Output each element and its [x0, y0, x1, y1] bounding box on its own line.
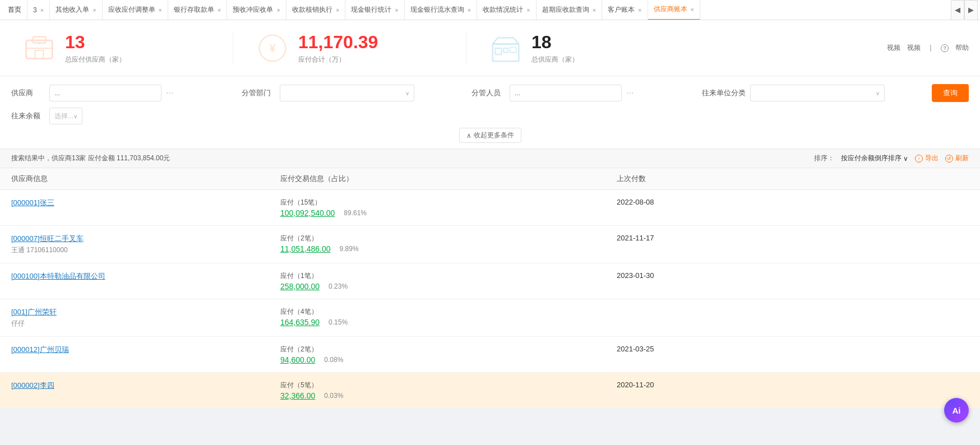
- stat-total-suppliers-number: 18: [531, 31, 579, 53]
- payable-percent-1: 89.61%: [344, 209, 367, 217]
- close-icon[interactable]: ×: [40, 7, 44, 13]
- supplier-link-3[interactable]: [000100]本特勒油品有限公司: [11, 272, 105, 280]
- payable-info-1: 应付（15笔） 100,092,540.00 89.61%: [280, 198, 617, 217]
- dept-select[interactable]: ∨: [280, 85, 414, 101]
- nav-tab-cash-stats[interactable]: 现金银行统计 ×: [345, 0, 404, 20]
- refresh-button[interactable]: ↺ 刷新: [945, 154, 969, 163]
- top-right-links: 视频 视频 ｜ ? 帮助: [887, 43, 980, 53]
- nav-tab-home-label: 首页: [8, 5, 21, 15]
- help-icon: ?: [941, 44, 949, 52]
- sort-value: 按应付余额倒序排序: [841, 154, 902, 163]
- supplier-link-5[interactable]: [000012]广州贝瑞: [11, 345, 69, 354]
- supplier-link-4[interactable]: [001]广州荣轩: [11, 308, 57, 316]
- nav-arrow-right[interactable]: ▶: [964, 0, 978, 20]
- supplier-name-2[interactable]: [000007]恒旺二手叉车: [11, 234, 280, 244]
- svg-rect-9: [503, 48, 507, 52]
- header-lastpay: 上次付数: [617, 174, 969, 184]
- ai-label: Ai: [953, 406, 961, 409]
- stat-total-suppliers-label: 总供应商（家）: [531, 55, 579, 64]
- close-icon[interactable]: ×: [218, 7, 221, 13]
- supplier-icon: ¥: [22, 31, 56, 65]
- header-payable: 应付交易信息（占比）: [280, 174, 617, 184]
- payable-amount-3[interactable]: 258,000.00: [280, 282, 320, 291]
- nav-tab-supplier-ledger-label: 供应商账本: [654, 4, 687, 14]
- table-row[interactable]: [000001]张三 应付（15笔） 100,092,540.00 89.61%…: [0, 190, 980, 226]
- lastpay-5: 2021-03-25: [617, 345, 969, 353]
- supplier-link-2[interactable]: [000007]恒旺二手叉车: [11, 234, 84, 243]
- top-navigation: 首页 3 × 其他收入单 × 应收应付调整单 × 银行存取款单 × 预收冲应收单…: [0, 0, 980, 20]
- video-link[interactable]: 视频: [887, 43, 900, 53]
- close-icon[interactable]: ×: [159, 7, 162, 13]
- close-icon[interactable]: ×: [93, 7, 96, 13]
- payable-label-4: 应付（4笔）: [280, 307, 617, 317]
- supplier-name-5[interactable]: [000012]广州贝瑞: [11, 345, 280, 355]
- nav-arrow-left[interactable]: ◀: [951, 0, 964, 20]
- results-right: 排序： 按应付余额倒序排序 ∨ ↑ 导出 ↺ 刷新: [814, 154, 969, 163]
- close-icon[interactable]: ×: [395, 7, 398, 13]
- close-icon[interactable]: ×: [468, 7, 471, 13]
- help-link[interactable]: 帮助: [955, 43, 969, 53]
- supplier-link-1[interactable]: [000001]张三: [11, 198, 54, 207]
- table-row[interactable]: [001]广州荣轩 仔仔 应付（4笔） 164,635.90 0.15%: [0, 299, 980, 337]
- search-button[interactable]: 查询: [932, 84, 969, 102]
- nav-tab-home[interactable]: 首页: [2, 0, 27, 20]
- balance-select[interactable]: 选择... ∨: [49, 108, 82, 124]
- payable-amount-4[interactable]: 164,635.90: [280, 318, 320, 327]
- payable-amount-5[interactable]: 94,600.00: [280, 355, 315, 364]
- payable-info-4: 应付（4笔） 164,635.90 0.15%: [280, 307, 617, 327]
- payable-label-2: 应付（2笔）: [280, 234, 617, 243]
- close-icon[interactable]: ×: [336, 7, 339, 13]
- collapse-button[interactable]: ∧ 收起更多条件: [459, 128, 521, 143]
- payable-amount-2[interactable]: 11,051,486.00: [280, 244, 331, 253]
- close-icon[interactable]: ×: [691, 6, 694, 13]
- supplier-link-6[interactable]: [000002]李四: [11, 381, 54, 390]
- nav-tab-overdue[interactable]: 超期应收款查询 ×: [537, 0, 602, 20]
- nav-tab-adjustment[interactable]: 应收应付调整单 ×: [103, 0, 168, 20]
- stat-payable-suppliers-number: 13: [65, 31, 126, 53]
- close-icon[interactable]: ×: [593, 7, 596, 13]
- close-icon[interactable]: ×: [638, 7, 641, 13]
- nav-tab-other-income-label: 其他收入单: [56, 5, 89, 15]
- lastpay-1: 2022-08-08: [617, 198, 969, 206]
- person-input[interactable]: [510, 85, 622, 101]
- dept-chevron-icon: ∨: [405, 90, 409, 96]
- video-text[interactable]: 视频: [907, 43, 921, 53]
- table-row[interactable]: [000007]恒旺二手叉车 王通 17106110000 应付（2笔） 11,…: [0, 226, 980, 263]
- stat-payable-total-label: 应付合计（万）: [298, 55, 378, 64]
- supplier-name-1[interactable]: [000001]张三: [11, 198, 280, 208]
- payable-info-6: 应付（5笔） 32,366.00 0.03%: [280, 381, 617, 400]
- nav-tab-cash-flow[interactable]: 现金银行流水查询 ×: [405, 0, 477, 20]
- table-row[interactable]: [000012]广州贝瑞 应付（2笔） 94,600.00 0.08% 2021…: [0, 337, 980, 373]
- supplier-dots: ···: [166, 88, 173, 98]
- nav-tab-bank[interactable]: 银行存取款单 ×: [168, 0, 227, 20]
- export-button[interactable]: ↑ 导出: [915, 154, 939, 163]
- supplier-name-3[interactable]: [000100]本特勒油品有限公司: [11, 271, 280, 281]
- payable-percent-6: 0.03%: [324, 392, 343, 400]
- table-row[interactable]: [000100]本特勒油品有限公司 应付（1笔） 258,000.00 0.23…: [0, 263, 980, 299]
- supplier-info-5: [000012]广州贝瑞: [11, 345, 280, 355]
- nav-tab-prepay[interactable]: 预收冲应收单 ×: [227, 0, 286, 20]
- nav-tab-supplier-ledger[interactable]: 供应商账本 ×: [648, 0, 700, 20]
- supplier-input[interactable]: [49, 85, 161, 101]
- table-row[interactable]: [000002]李四 应付（5笔） 32,366.00 0.03% 2020-1…: [0, 373, 980, 409]
- collapse-icon: ∧: [466, 132, 471, 140]
- category-select[interactable]: ∨: [750, 85, 885, 101]
- nav-tab-receipt-stats[interactable]: 收款情况统计 ×: [477, 0, 536, 20]
- supplier-name-4[interactable]: [001]广州荣轩: [11, 307, 280, 317]
- supplier-name-6[interactable]: [000002]李四: [11, 381, 280, 391]
- nav-tab-customer-ledger[interactable]: 客户账本 ×: [602, 0, 648, 20]
- svg-rect-10: [510, 47, 516, 52]
- nav-tab-payment-exec[interactable]: 收款核销执行 ×: [286, 0, 345, 20]
- close-icon[interactable]: ×: [526, 7, 530, 13]
- payable-info-2: 应付（2笔） 11,051,486.00 9.89%: [280, 234, 617, 253]
- nav-tab-customer-ledger-label: 客户账本: [608, 5, 635, 15]
- nav-tab-3[interactable]: 3 ×: [27, 0, 50, 20]
- nav-tab-adjustment-label: 应收应付调整单: [108, 5, 155, 15]
- nav-tab-other-income[interactable]: 其他收入单 ×: [50, 0, 102, 20]
- supplier-info-2: [000007]恒旺二手叉车 王通 17106110000: [11, 234, 280, 255]
- close-icon[interactable]: ×: [276, 7, 280, 13]
- sort-select[interactable]: 按应付余额倒序排序 ∨: [841, 154, 908, 163]
- payable-amount-6[interactable]: 32,366.00: [280, 391, 315, 400]
- results-bar: 搜索结果中，供应商13家 应付金额 111,703,854.00元 排序： 按应…: [0, 149, 980, 168]
- payable-amount-1[interactable]: 100,092,540.00: [280, 208, 335, 217]
